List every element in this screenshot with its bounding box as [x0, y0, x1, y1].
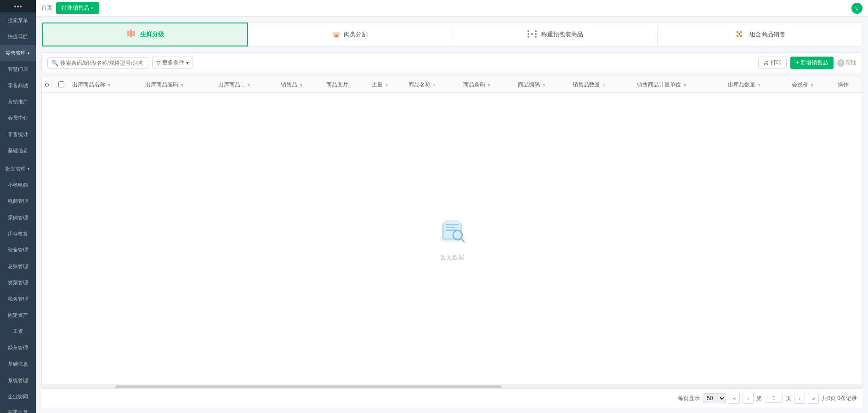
sidebar-item-ecom-mgmt[interactable]: 电商管理 [0, 193, 36, 209]
svg-point-13 [535, 36, 537, 38]
sort-icon: ⇅ [247, 83, 250, 87]
add-product-button[interactable]: + 新增销售品 [790, 57, 834, 69]
product-type-tabs: 生鲜分级 🐷 肉类分割 称重预包 [41, 22, 862, 47]
sidebar-item-label: 税务管理 [2, 296, 34, 303]
sidebar-item-inventory[interactable]: 库存核算 [0, 226, 36, 242]
sidebar-item-ledger-mgmt[interactable]: 总账管理 [0, 258, 36, 275]
sidebar-item-enterprise[interactable]: 企业协同 [0, 389, 36, 405]
combo-sales-icon [735, 29, 746, 40]
th-out-name-label: 出库商品名称 [72, 81, 105, 88]
th-action-label: 操作 [838, 81, 849, 88]
svg-point-6 [132, 34, 135, 36]
sidebar-item-retail-stats[interactable]: 零售统计 [0, 126, 36, 143]
prev-page-button[interactable]: ‹ [743, 393, 754, 404]
active-tab[interactable]: 特殊销售品 × [56, 2, 99, 14]
page-label-prefix: 第 [756, 395, 762, 402]
sort-icon: ⇅ [603, 83, 606, 87]
next-page-button[interactable]: › [794, 393, 805, 404]
sidebar-item-fixed-assets[interactable]: 固定资产 [0, 307, 36, 323]
per-page-select[interactable]: 50 10 20 100 [703, 393, 726, 403]
th-product-code[interactable]: 商品编码 ⇅ [515, 77, 570, 93]
svg-point-8 [531, 33, 533, 35]
th-sale-qty[interactable]: 销售品数量 ⇅ [570, 77, 634, 93]
settings-icon: ⚙ [45, 82, 50, 88]
sidebar-item-finance-mgmt[interactable]: 资金管理 [0, 242, 36, 258]
sidebar-item-ops-mgmt[interactable]: 经营管理 [0, 340, 36, 356]
th-product-name[interactable]: 商品名称 ⇅ [406, 77, 460, 93]
th-out-spec[interactable]: 出库商品... ⇅ [216, 77, 278, 93]
th-out-code[interactable]: 出库商品编码 ⇅ [142, 77, 216, 93]
page-label-suffix: 页 [786, 395, 791, 402]
th-sale-item-label: 销售品 [281, 81, 297, 88]
sidebar-item-smart-store[interactable]: 智慧门店 [0, 61, 36, 77]
filter-button[interactable]: ▽ 更多条件 ▾ [152, 57, 193, 69]
app-logo: ●●● [0, 0, 36, 12]
sidebar-item-invoice-mgmt[interactable]: 发票管理 [0, 275, 36, 291]
search-box[interactable]: 🔍 [47, 57, 148, 69]
th-out-name[interactable]: 出库商品名称 ⇅ [69, 77, 142, 93]
th-settings[interactable]: ⚙ [42, 77, 56, 93]
th-member-price[interactable]: 会员价 ⇅ [789, 77, 835, 93]
th-out-spec-label: 出库商品... [218, 81, 245, 88]
svg-point-12 [528, 36, 529, 38]
help-button[interactable]: ? 帮助 [837, 59, 857, 67]
sidebar-item-label: 批发管理 [6, 166, 26, 172]
sort-icon: ⇅ [488, 83, 491, 87]
sidebar-item-member-center[interactable]: 会员中心 [0, 110, 36, 126]
sidebar-item-basic-info2[interactable]: 基础信息 [0, 356, 36, 372]
sidebar-item-quick-nav[interactable]: 快捷导航 [0, 29, 36, 45]
tab-combo-sales[interactable]: 组合商品销售 [658, 23, 862, 46]
user-avatar[interactable]: U [851, 3, 862, 14]
last-page-button[interactable]: » [808, 393, 819, 404]
sidebar-item-label: 基础信息 [2, 147, 34, 154]
sidebar-item-mini-ecom[interactable]: 小畅电商 [0, 177, 36, 193]
sidebar-item-search-menu[interactable]: 搜索菜单 [0, 12, 36, 29]
sidebar-item-wholesale-mgmt[interactable]: 批发管理 ▼ [0, 161, 36, 177]
sidebar-item-label: 总账管理 [2, 263, 34, 270]
th-barcode[interactable]: 商品条码 ⇅ [460, 77, 515, 93]
current-page-input[interactable] [765, 394, 783, 403]
chevron-down-icon: ▼ [27, 166, 30, 172]
main-area: 首页 特殊销售品 × U [36, 0, 868, 413]
sidebar-item-label: 企业协同 [2, 393, 34, 400]
sidebar-item-label: 经营管理 [2, 344, 34, 351]
th-weight[interactable]: 主量 ⇅ [369, 77, 406, 93]
sort-icon: ⇅ [811, 83, 814, 87]
close-icon[interactable]: × [91, 6, 94, 11]
sort-icon: ⇅ [108, 83, 111, 87]
print-button[interactable]: 🖨 打印 [758, 57, 787, 69]
sidebar-item-retail-mgmt[interactable]: 零售管理 ▲ [0, 45, 36, 61]
sidebar-item-sales-promo[interactable]: 营销推广 [0, 94, 36, 110]
th-action: 操作 [835, 77, 862, 93]
select-all-checkbox[interactable] [58, 81, 64, 87]
tab-fresh-grade[interactable]: 生鲜分级 [42, 23, 248, 46]
svg-point-1 [130, 29, 132, 32]
search-input[interactable] [60, 60, 143, 66]
th-weight-label: 主量 [372, 81, 383, 88]
sidebar-item-sys-mgmt[interactable]: 系统管理 [0, 373, 36, 389]
svg-point-14 [736, 31, 738, 33]
first-page-button[interactable]: « [729, 393, 740, 404]
sort-icon: ⇅ [543, 83, 546, 87]
sidebar-item-wages[interactable]: 工资 [0, 323, 36, 339]
tab-weight-pkg[interactable]: 称重预包装商品 [453, 23, 658, 46]
th-sale-item[interactable]: 销售品 ⇅ [278, 77, 324, 93]
tab-meat-cut[interactable]: 🐷 肉类分割 [248, 23, 453, 46]
scrollbar-thumb[interactable] [115, 385, 501, 388]
sidebar-item-label: 会员中心 [2, 115, 34, 121]
sidebar-item-basic-info1[interactable]: 基础信息 [0, 143, 36, 159]
topbar: 首页 特殊销售品 × U [36, 0, 868, 17]
sidebar-item-tax-mgmt[interactable]: 税务管理 [0, 291, 36, 307]
sidebar-item-new-guide[interactable]: 新手引导 [0, 405, 36, 413]
filter-arrow-icon: ▾ [186, 60, 189, 66]
topbar-right: U [851, 3, 862, 14]
th-out-qty[interactable]: 出库品数量 ⇅ [725, 77, 789, 93]
home-breadcrumb[interactable]: 首页 [41, 4, 52, 12]
sidebar-item-label: 库存核算 [2, 230, 34, 237]
horizontal-scrollbar[interactable] [42, 384, 862, 388]
sidebar-item-retail-mall[interactable]: 零售商城 [0, 78, 36, 94]
sidebar-item-purchase-mgmt[interactable]: 采购管理 [0, 210, 36, 226]
th-sale-unit[interactable]: 销售商品计量单位 ⇅ [634, 77, 725, 93]
th-checkbox[interactable] [56, 77, 69, 93]
svg-rect-21 [444, 220, 460, 238]
